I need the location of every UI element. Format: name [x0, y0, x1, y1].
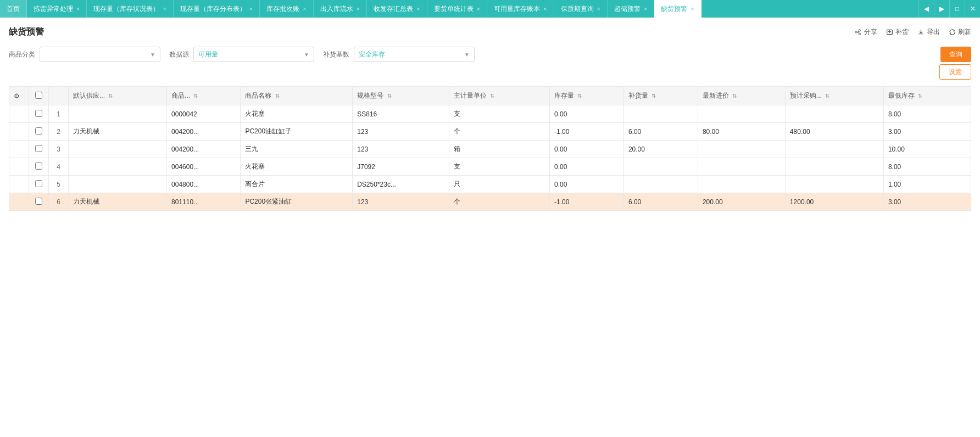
tab-batch-account[interactable]: 库存批次账 ×: [260, 0, 313, 18]
th-settings: ⚙: [9, 87, 29, 105]
tab-overstock-close[interactable]: ×: [644, 5, 647, 12]
tab-expiry-query[interactable]: 保质期查询 ×: [554, 0, 608, 18]
row-index-3: 4: [49, 158, 69, 176]
tab-recv-summary[interactable]: 收发存汇总表 ×: [367, 0, 427, 18]
tab-batch-account-close[interactable]: ×: [303, 5, 306, 12]
refresh-icon: [949, 29, 956, 36]
sort-icon-name[interactable]: ⇅: [275, 93, 280, 99]
th-product-code: 商品... ⇅: [167, 87, 241, 105]
row-unit-2: 箱: [449, 141, 549, 158]
row-settings-0: [9, 105, 29, 123]
tab-home[interactable]: 首页: [0, 0, 27, 18]
row-spec-3: J7092: [353, 158, 449, 176]
export-button[interactable]: 导出: [917, 27, 940, 37]
sort-icon-estimated[interactable]: ⇅: [825, 93, 829, 99]
sort-icon-stock[interactable]: ⇅: [577, 93, 582, 99]
tab-recv-summary-close[interactable]: ×: [416, 5, 420, 12]
th-product-name: 商品名称 ⇅: [241, 87, 353, 105]
tab-inout-flow[interactable]: 出入库流水 ×: [314, 0, 367, 18]
table-header-row: ⚙ 默认供应... ⇅ 商品... ⇅ 商品名称 ⇅: [9, 87, 971, 105]
tab-inout-flow-close[interactable]: ×: [357, 5, 360, 12]
row-checkbox-3[interactable]: [35, 163, 42, 170]
sort-icon-spec[interactable]: ⇅: [387, 93, 392, 99]
row-unit-3: 支: [449, 158, 549, 176]
row-checkbox-2[interactable]: [35, 145, 42, 152]
row-checkbox-cell-3: [29, 158, 49, 176]
tab-restore[interactable]: □: [949, 0, 965, 18]
sort-icon-replenish[interactable]: ⇅: [652, 93, 656, 99]
row-latest-price-1: 80.00: [698, 123, 785, 141]
table-row: 2 力天机械 004200... PC200油缸缸子 123 个 -1.00 6…: [9, 123, 971, 141]
replenish-base-select[interactable]: 安全库存 ▼: [354, 47, 475, 62]
row-checkbox-cell-0: [29, 105, 49, 123]
row-spec-0: SS816: [353, 105, 449, 123]
row-checkbox-5[interactable]: [35, 198, 42, 205]
tab-available-ledger[interactable]: 可用量库存账本 ×: [487, 0, 554, 18]
header-checkbox[interactable]: [35, 92, 42, 99]
row-index-2: 3: [49, 141, 69, 158]
tab-shortage-close[interactable]: ×: [691, 5, 694, 12]
data-table: ⚙ 默认供应... ⇅ 商品... ⇅ 商品名称 ⇅: [9, 86, 971, 211]
tab-shortage[interactable]: 缺货预警 ×: [654, 0, 701, 18]
row-stock-qty-1: -1.00: [550, 123, 624, 141]
tab-inventory-status[interactable]: 现存量（库存状况表） ×: [87, 0, 173, 18]
row-min-stock-0: 8.00: [883, 105, 971, 123]
row-name-3: 火花塞: [241, 158, 353, 176]
datasource-select[interactable]: 可用量 ▼: [193, 47, 314, 62]
sort-icon-min-stock[interactable]: ⇅: [918, 93, 922, 99]
share-button[interactable]: 分享: [855, 27, 877, 37]
row-index-5: 6: [49, 193, 69, 211]
row-estimated-5: 1200.00: [785, 193, 883, 211]
row-checkbox-1[interactable]: [35, 127, 42, 135]
filter-row: 商品分类 ▼ 数据源 可用量 ▼ 补货基数 安全库存 ▼: [9, 47, 939, 62]
tab-inventory-dist-close[interactable]: ×: [249, 5, 253, 12]
filter-buttons: 查询 设置: [939, 47, 971, 80]
sort-icon-supplier[interactable]: ⇅: [108, 93, 113, 99]
row-unit-0: 支: [449, 105, 549, 123]
th-latest-price: 最新进价 ⇅: [698, 87, 785, 105]
refresh-button[interactable]: 刷新: [949, 27, 971, 37]
row-supplier-2: [69, 141, 167, 158]
row-checkbox-0[interactable]: [35, 110, 42, 117]
category-select[interactable]: ▼: [40, 47, 160, 62]
tab-expiry-query-close[interactable]: ×: [597, 5, 600, 12]
share-icon: [855, 29, 862, 36]
row-stock-qty-5: -1.00: [550, 193, 624, 211]
gear-icon[interactable]: ⚙: [14, 92, 20, 100]
sort-icon-price[interactable]: ⇅: [732, 93, 737, 99]
settings-button[interactable]: 设置: [939, 64, 971, 80]
row-index-1: 2: [49, 123, 69, 141]
row-settings-5: [9, 193, 29, 211]
row-unit-5: 个: [449, 193, 549, 211]
filter-category-group: 商品分类 ▼: [9, 47, 160, 62]
sort-icon-code[interactable]: ⇅: [193, 93, 198, 99]
replenish-base-label: 补货基数: [323, 50, 349, 59]
row-checkbox-4[interactable]: [35, 180, 42, 187]
row-estimated-1: 480.00: [785, 123, 883, 141]
replenish-button[interactable]: 补货: [886, 27, 909, 37]
row-supplier-3: [69, 158, 167, 176]
tab-overstock[interactable]: 超储预警 ×: [608, 0, 654, 18]
tab-demand-stats[interactable]: 要货单统计表 ×: [427, 0, 487, 18]
row-name-1: PC200油缸缸子: [241, 123, 353, 141]
tab-available-ledger-close[interactable]: ×: [543, 5, 547, 12]
sort-icon-unit[interactable]: ⇅: [490, 93, 494, 99]
row-name-2: 三九: [241, 141, 353, 158]
tab-scroll-left[interactable]: ◀: [918, 0, 934, 18]
table-row: 3 004200... 三九 123 箱 0.00 20.00 10.00: [9, 141, 971, 158]
tab-close-all[interactable]: ✕: [965, 0, 980, 18]
tab-demand-stats-close[interactable]: ×: [477, 5, 480, 12]
tab-bar: 首页 拣货异常处理 × 现存量（库存状况表） × 现存量（库存分布表） × 库存…: [0, 0, 980, 18]
tab-scroll-right[interactable]: ▶: [934, 0, 949, 18]
row-name-4: 离合片: [241, 176, 353, 193]
row-estimated-2: [785, 141, 883, 158]
query-button[interactable]: 查询: [940, 47, 971, 62]
row-code-5: 801110...: [167, 193, 241, 211]
tab-inventory-status-close[interactable]: ×: [163, 5, 166, 12]
th-checkbox: [29, 87, 49, 105]
tab-exception[interactable]: 拣货异常处理 ×: [27, 0, 87, 18]
th-stock-qty: 库存量 ⇅: [550, 87, 624, 105]
row-checkbox-cell-4: [29, 176, 49, 193]
tab-inventory-dist[interactable]: 现存量（库存分布表） ×: [174, 0, 260, 18]
tab-exception-close[interactable]: ×: [76, 5, 80, 12]
